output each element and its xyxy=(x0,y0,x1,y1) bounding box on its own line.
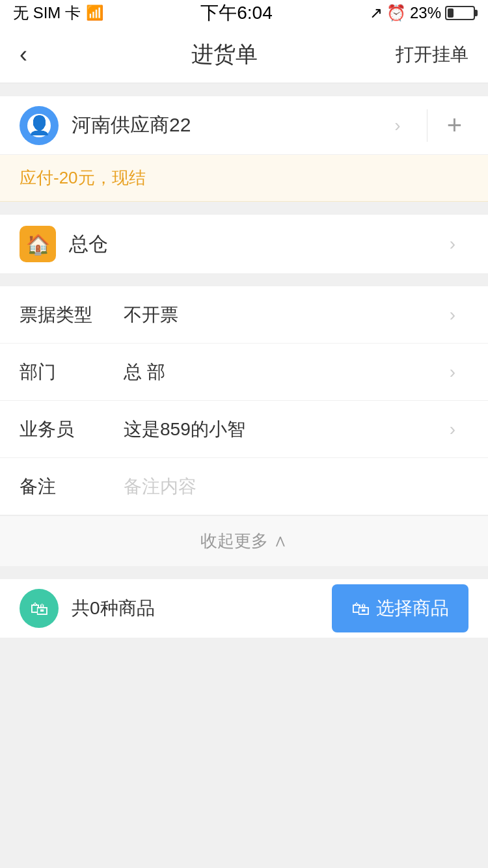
cart-icon: 🛍 xyxy=(30,598,48,619)
supplier-vertical-divider xyxy=(427,109,427,142)
content-area xyxy=(0,638,488,868)
select-product-icon: 🛍 xyxy=(351,598,370,619)
supplier-row[interactable]: 👤 河南供应商22 › + xyxy=(0,96,488,155)
collapse-label: 收起更多 ∧ xyxy=(200,530,287,552)
invoice-type-row[interactable]: 票据类型 不开票 › xyxy=(0,286,488,344)
product-icon-wrap: 🛍 xyxy=(20,589,59,628)
invoice-type-label: 票据类型 xyxy=(20,303,111,327)
warehouse-icon: 🏠 xyxy=(20,226,56,262)
status-time: 下午6:04 xyxy=(200,1,273,25)
bottom-bar: 🛍 共0种商品 🛍 选择商品 xyxy=(0,579,488,638)
supplier-name: 河南供应商22 xyxy=(72,112,394,139)
department-chevron-icon: › xyxy=(450,362,455,383)
add-supplier-button[interactable]: + xyxy=(441,111,468,140)
status-left: 无 SIM 卡 📶 xyxy=(13,3,103,23)
back-button[interactable]: ‹ xyxy=(20,41,59,68)
warehouse-row[interactable]: 🏠 总仓 › xyxy=(0,215,488,273)
form-section: 票据类型 不开票 › 部门 总 部 › 业务员 这是859的小智 › 备注 备注… xyxy=(0,286,488,515)
remark-input[interactable]: 备注内容 xyxy=(111,474,468,499)
salesperson-chevron-icon: › xyxy=(450,419,455,440)
battery-icon xyxy=(445,6,475,20)
supplier-chevron-icon: › xyxy=(394,115,400,136)
notice-text: 应付-20元，现结 xyxy=(20,168,146,187)
carrier-text: 无 SIM 卡 xyxy=(13,3,81,23)
house-icon: 🏠 xyxy=(26,233,50,256)
open-pending-button[interactable]: 打开挂单 xyxy=(390,42,468,67)
section-divider-1 xyxy=(0,83,488,96)
salesperson-value: 这是859的小智 xyxy=(111,417,450,442)
status-right: ↗ ⏰ 23% xyxy=(370,4,475,22)
invoice-type-chevron-icon: › xyxy=(450,305,455,325)
wifi-icon: 📶 xyxy=(86,5,103,21)
salesperson-label: 业务员 xyxy=(20,417,111,442)
salesperson-row[interactable]: 业务员 这是859的小智 › xyxy=(0,401,488,458)
person-icon: 👤 xyxy=(28,115,51,136)
select-product-label: 选择商品 xyxy=(376,596,449,621)
select-product-button[interactable]: 🛍 选择商品 xyxy=(332,584,468,632)
page-title: 进货单 xyxy=(59,40,390,70)
status-bar: 无 SIM 卡 📶 下午6:04 ↗ ⏰ 23% xyxy=(0,0,488,26)
department-row[interactable]: 部门 总 部 › xyxy=(0,344,488,401)
supplier-avatar: 👤 xyxy=(20,106,59,145)
department-label: 部门 xyxy=(20,360,111,385)
department-value: 总 部 xyxy=(111,360,450,385)
product-count: 共0种商品 xyxy=(72,596,332,621)
notice-row: 应付-20元，现结 xyxy=(0,155,488,202)
remark-row[interactable]: 备注 备注内容 xyxy=(0,458,488,515)
alarm-icon: ⏰ xyxy=(386,4,406,22)
collapse-row[interactable]: 收起更多 ∧ xyxy=(0,515,488,566)
warehouse-chevron-icon: › xyxy=(450,234,455,254)
location-icon: ↗ xyxy=(370,4,383,22)
warehouse-name: 总仓 xyxy=(69,231,450,258)
remark-label: 备注 xyxy=(20,474,111,499)
battery-percent: 23% xyxy=(410,4,441,22)
nav-bar: ‹ 进货单 打开挂单 xyxy=(0,26,488,83)
invoice-type-value: 不开票 xyxy=(111,303,450,327)
